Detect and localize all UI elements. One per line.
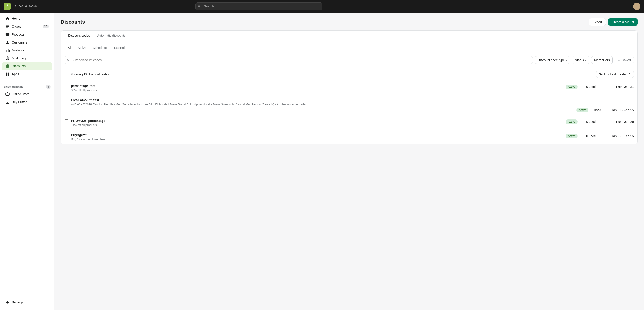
sidebar-item-home[interactable]: Home bbox=[2, 15, 52, 22]
settings-icon bbox=[6, 300, 10, 304]
saved-filters-button[interactable]: ☆ Saved bbox=[614, 56, 634, 64]
svg-rect-15 bbox=[6, 102, 8, 103]
add-sales-channel-button[interactable]: + bbox=[46, 84, 50, 89]
discount-info-1: percentage_test 33% off all products bbox=[71, 84, 563, 92]
global-search-input[interactable] bbox=[196, 2, 322, 10]
sub-tabs: All Active Scheduled Expired bbox=[61, 41, 638, 52]
svg-rect-2 bbox=[6, 27, 8, 28]
discount-name-1[interactable]: percentage_test bbox=[71, 84, 563, 88]
page-header: Discounts Export Create discount bbox=[61, 18, 638, 26]
user-avatar[interactable] bbox=[633, 3, 640, 10]
row-checkbox-1[interactable] bbox=[65, 84, 68, 88]
sort-chevron: ⇅ bbox=[628, 73, 631, 76]
sub-tab-all[interactable]: All bbox=[65, 44, 74, 52]
filter-search-input[interactable] bbox=[65, 56, 533, 64]
sidebar-item-orders-label: Orders bbox=[12, 25, 22, 28]
sidebar-item-analytics[interactable]: Analytics bbox=[2, 46, 52, 54]
svg-point-3 bbox=[6, 41, 8, 42]
svg-rect-0 bbox=[6, 25, 9, 26]
sidebar: Home Orders 20 Products bbox=[0, 13, 54, 310]
discount-type-chevron: ▾ bbox=[566, 59, 567, 62]
table-header-row: Showing 12 discount codes Sort by Last c… bbox=[61, 68, 638, 81]
used-count-2: 0 used bbox=[588, 108, 604, 112]
used-count-4: 0 used bbox=[583, 134, 599, 138]
customers-icon bbox=[6, 40, 10, 44]
sidebar-item-settings[interactable]: Settings bbox=[2, 299, 52, 306]
discount-meta-3: Active 0 used From Jan 26 bbox=[566, 119, 634, 124]
status-filter[interactable]: Status ▾ bbox=[572, 56, 589, 64]
more-filters-button[interactable]: More filters bbox=[591, 56, 613, 64]
used-count-3: 0 used bbox=[583, 120, 599, 123]
discount-desc-3: 11% off all products bbox=[71, 123, 563, 127]
export-button[interactable]: Export bbox=[589, 18, 606, 26]
date-range-4: Jan 26 - Feb 25 bbox=[604, 134, 634, 138]
discount-desc-1: 33% off all products bbox=[71, 88, 563, 92]
discount-name-4[interactable]: BuyXgetY1 bbox=[71, 133, 563, 137]
sidebar-item-customers[interactable]: Customers bbox=[2, 38, 52, 46]
table-row: percentage_test 33% off all products Act… bbox=[61, 81, 638, 95]
discount-name-2[interactable]: Fixed amount_test bbox=[71, 98, 634, 102]
page-title: Discounts bbox=[61, 19, 85, 25]
svg-rect-6 bbox=[8, 49, 8, 52]
shopify-logo-icon bbox=[5, 4, 10, 8]
sidebar-item-online-store[interactable]: Online Store bbox=[2, 90, 52, 98]
status-badge-4: Active bbox=[566, 134, 578, 138]
tab-automatic-discounts[interactable]: Automatic discounts bbox=[94, 30, 129, 41]
sidebar-item-marketing[interactable]: Marketing bbox=[2, 54, 52, 62]
discounts-card: Discount codes Automatic discounts All A… bbox=[61, 30, 638, 144]
status-badge-2: Active bbox=[576, 108, 588, 112]
discount-meta-4: Active 0 used Jan 26 - Feb 25 bbox=[566, 134, 634, 138]
discount-code-type-filter[interactable]: Discount code type ▾ bbox=[535, 56, 570, 64]
sidebar-item-apps-label: Apps bbox=[12, 72, 19, 76]
discount-name-3[interactable]: PROMO25_percentage bbox=[71, 119, 563, 123]
select-all-checkbox[interactable] bbox=[65, 73, 68, 76]
discount-desc-2: zł40.00 off 2018 Fashion Hoodies Men Sud… bbox=[71, 103, 634, 106]
sidebar-item-analytics-label: Analytics bbox=[12, 48, 24, 52]
home-icon bbox=[6, 16, 10, 21]
sub-tab-scheduled[interactable]: Scheduled bbox=[90, 44, 111, 52]
header-actions: Export Create discount bbox=[589, 18, 638, 26]
discount-desc-4: Buy 1 item, get 1 item free bbox=[71, 138, 563, 141]
sidebar-item-home-label: Home bbox=[12, 17, 20, 20]
svg-rect-13 bbox=[6, 93, 9, 96]
marketing-icon bbox=[6, 56, 10, 60]
status-chevron: ▾ bbox=[585, 59, 586, 62]
table-row: BuyXgetY1 Buy 1 item, get 1 item free Ac… bbox=[61, 130, 638, 144]
sub-tab-active[interactable]: Active bbox=[74, 44, 90, 52]
svg-rect-11 bbox=[6, 74, 7, 76]
discount-meta-1: Active 0 used From Jan 31 bbox=[566, 84, 634, 89]
main-area: Home Orders 20 Products bbox=[0, 13, 644, 310]
sort-dropdown[interactable]: Sort by Last created ⇅ bbox=[596, 71, 634, 78]
create-discount-button[interactable]: Create discount bbox=[608, 18, 638, 26]
sidebar-item-online-store-label: Online Store bbox=[12, 92, 30, 96]
main-content: Discounts Export Create discount Discoun… bbox=[54, 13, 644, 310]
sidebar-item-customers-label: Customers bbox=[12, 40, 27, 44]
discount-info-4: BuyXgetY1 Buy 1 item, get 1 item free bbox=[71, 133, 563, 141]
sidebar-item-discounts[interactable]: Discounts bbox=[2, 62, 52, 70]
table-row: PROMO25_percentage 11% off all products … bbox=[61, 116, 638, 130]
sales-channels-section: Sales channels + Online Store Buy Button bbox=[0, 80, 54, 108]
sidebar-item-buy-button-label: Buy Button bbox=[12, 100, 28, 104]
discounts-icon bbox=[6, 64, 10, 68]
sidebar-item-orders[interactable]: Orders 20 bbox=[2, 23, 52, 30]
tab-discount-codes[interactable]: Discount codes bbox=[65, 30, 94, 41]
buy-button-icon bbox=[6, 100, 10, 104]
sidebar-item-products-label: Products bbox=[12, 33, 24, 36]
search-bar: ⚲ bbox=[196, 2, 322, 10]
sidebar-item-products[interactable]: Products bbox=[2, 30, 52, 38]
row-checkbox-4[interactable] bbox=[65, 134, 68, 137]
row-checkbox-2[interactable] bbox=[65, 99, 68, 102]
star-icon: ☆ bbox=[618, 58, 620, 62]
svg-rect-5 bbox=[7, 49, 8, 52]
table-row: Fixed amount_test zł40.00 off 2018 Fashi… bbox=[61, 95, 638, 116]
svg-rect-12 bbox=[8, 74, 9, 76]
app-wrapper: 61 6e6e6e6e6e6e ⚲ Home Orders bbox=[0, 0, 644, 310]
sidebar-item-buy-button[interactable]: Buy Button bbox=[2, 98, 52, 106]
showing-text: Showing 12 discount codes bbox=[70, 72, 109, 76]
sidebar-item-apps[interactable]: Apps bbox=[2, 70, 52, 78]
sub-tab-expired[interactable]: Expired bbox=[111, 44, 128, 52]
main-tabs: Discount codes Automatic discounts bbox=[61, 30, 638, 41]
row-checkbox-3[interactable] bbox=[65, 119, 68, 123]
sidebar-footer: Settings bbox=[0, 296, 54, 310]
shopify-logo bbox=[4, 3, 11, 10]
